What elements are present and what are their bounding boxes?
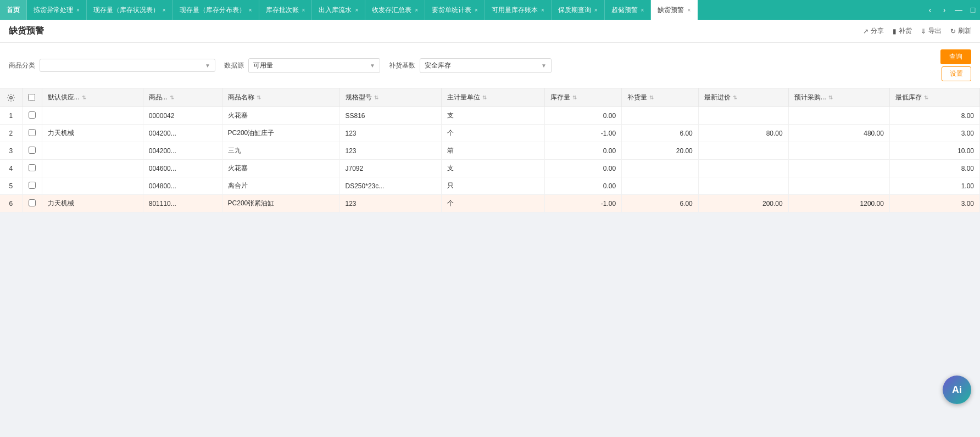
sort-product-code-icon[interactable]: ⇅ — [170, 94, 174, 100]
tab-batch-account[interactable]: 库存批次账 × — [259, 0, 313, 20]
sort-replenish-qty-icon[interactable]: ⇅ — [649, 94, 654, 100]
tab-expiry-query-label: 保质期查询 — [558, 5, 591, 15]
datasource-select-value: 可用量 — [253, 61, 273, 70]
row-checkbox[interactable] — [29, 129, 36, 136]
stock-qty-cell: 0.00 — [545, 177, 622, 195]
tab-receive-summary-close[interactable]: × — [415, 7, 418, 13]
tab-expiry-query-close[interactable]: × — [594, 7, 598, 13]
refresh-button[interactable]: ↻ 刷新 — [950, 26, 971, 36]
row-number-cell: 5 — [0, 177, 22, 195]
sort-unit-icon[interactable]: ⇅ — [482, 94, 487, 100]
column-default-supplier: 默认供应... ⇅ — [42, 88, 143, 107]
column-unit-label: 主计量单位 — [447, 93, 480, 102]
tab-inventory-status-close[interactable]: × — [163, 7, 166, 13]
product-code-cell: 004200... — [143, 142, 222, 160]
replenish-button[interactable]: ▮ 补货 — [893, 26, 912, 36]
product-code-cell: 801110... — [143, 195, 222, 212]
tab-overstock-warning-label: 超储预警 — [611, 5, 638, 15]
share-label: 分享 — [871, 26, 884, 36]
sort-latest-price-icon[interactable]: ⇅ — [733, 94, 737, 100]
estimated-purchase-cell — [788, 142, 889, 160]
row-checkbox[interactable] — [29, 164, 36, 171]
sort-estimated-purchase-icon[interactable]: ⇅ — [828, 94, 833, 100]
tab-available-ledger-close[interactable]: × — [541, 7, 544, 13]
replenish-label: 补货 — [899, 26, 912, 36]
latest-price-cell — [698, 177, 788, 195]
tab-exception[interactable]: 拣货异常处理 × — [27, 0, 87, 20]
product-name-cell: 火花塞 — [222, 107, 339, 125]
spec-cell: J7092 — [339, 160, 442, 177]
replenish-qty-cell: 6.00 — [622, 125, 699, 142]
column-checkbox — [22, 88, 42, 107]
tab-requisition-stat-close[interactable]: × — [475, 7, 478, 13]
tab-receive-summary-label: 收发存汇总表 — [372, 5, 411, 15]
tab-inout-flow-close[interactable]: × — [355, 7, 358, 13]
min-stock-cell: 3.00 — [889, 125, 979, 142]
select-all-checkbox[interactable] — [28, 94, 35, 101]
filter-actions: 查询 设置 — [940, 49, 971, 81]
tab-receive-summary[interactable]: 收发存汇总表 × — [365, 0, 425, 20]
row-checkbox[interactable] — [29, 199, 36, 206]
estimated-purchase-cell — [788, 177, 889, 195]
tab-minimize-button[interactable]: — — [951, 0, 966, 20]
refresh-icon: ↻ — [950, 27, 956, 35]
tab-requisition-stat[interactable]: 要货单统计表 × — [425, 0, 485, 20]
table-row: 2力天机械004200...PC200油缸庄子123个-1.006.0080.0… — [0, 125, 980, 142]
tab-batch-account-close[interactable]: × — [302, 7, 305, 13]
sort-min-stock-icon[interactable]: ⇅ — [924, 94, 928, 100]
unit-cell: 箱 — [442, 142, 545, 160]
tab-nav-controls: ‹ › — □ — [923, 0, 980, 20]
unit-cell: 支 — [442, 160, 545, 177]
row-number-cell: 6 — [0, 195, 22, 212]
replenish-qty-cell — [622, 177, 699, 195]
sort-spec-icon[interactable]: ⇅ — [374, 94, 378, 100]
tab-maximize-button[interactable]: □ — [966, 0, 980, 20]
tab-inventory-dist-close[interactable]: × — [249, 7, 252, 13]
spec-cell: 123 — [339, 195, 442, 212]
tab-expiry-query[interactable]: 保质期查询 × — [552, 0, 605, 20]
row-checkbox-cell — [22, 160, 42, 177]
stock-qty-cell: 0.00 — [545, 107, 622, 125]
sort-product-name-icon[interactable]: ⇅ — [257, 94, 261, 100]
table-row: 6力天机械801110...PC200张紧油缸123个-1.006.00200.… — [0, 195, 980, 212]
column-product-code-label: 商品... — [149, 93, 168, 102]
tab-overstock-warning-close[interactable]: × — [641, 7, 644, 13]
min-stock-cell: 8.00 — [889, 160, 979, 177]
column-default-supplier-label: 默认供应... — [48, 93, 80, 102]
tab-inventory-status[interactable]: 现存量（库存状况表） × — [87, 0, 173, 20]
category-select[interactable]: ▼ — [40, 59, 215, 72]
row-checkbox[interactable] — [29, 147, 36, 154]
gear-settings-icon[interactable] — [7, 93, 15, 102]
tab-overstock-warning[interactable]: 超储预警 × — [605, 0, 652, 20]
settings-button[interactable]: 设置 — [942, 66, 971, 81]
sort-stock-qty-icon[interactable]: ⇅ — [572, 94, 577, 100]
row-checkbox[interactable] — [29, 182, 36, 189]
export-button[interactable]: ⇓ 导出 — [921, 26, 942, 36]
replenish-base-select[interactable]: 安全库存 ▼ — [420, 58, 552, 73]
tab-inout-flow[interactable]: 出入库流水 × — [312, 0, 365, 20]
tab-inventory-dist[interactable]: 现存量（库存分布表） × — [173, 0, 259, 20]
query-button[interactable]: 查询 — [940, 49, 971, 64]
product-name-cell: 火花塞 — [222, 160, 339, 177]
row-checkbox-cell — [22, 177, 42, 195]
tab-home[interactable]: 首页 — [0, 0, 27, 20]
tab-shortage-warning-close[interactable]: × — [687, 7, 691, 13]
tab-prev-button[interactable]: ‹ — [923, 0, 937, 20]
product-name-cell: PC200张紧油缸 — [222, 195, 339, 212]
share-button[interactable]: ↗ 分享 — [863, 26, 884, 36]
tab-exception-close[interactable]: × — [76, 7, 80, 13]
unit-cell: 个 — [442, 125, 545, 142]
sort-default-supplier-icon[interactable]: ⇅ — [82, 94, 86, 100]
table-row: 4004600...火花塞J7092支0.008.00 — [0, 160, 980, 177]
product-name-cell: 三九 — [222, 142, 339, 160]
tab-next-button[interactable]: › — [937, 0, 951, 20]
tab-bar: 首页 拣货异常处理 × 现存量（库存状况表） × 现存量（库存分布表） × 库存… — [0, 0, 980, 20]
table-row: 3004200...三九123箱0.0020.0010.00 — [0, 142, 980, 160]
datasource-select[interactable]: 可用量 ▼ — [248, 58, 380, 73]
tab-shortage-warning[interactable]: 缺货预警 × — [651, 0, 698, 20]
default-supplier-cell — [42, 177, 143, 195]
default-supplier-cell — [42, 142, 143, 160]
row-checkbox[interactable] — [29, 111, 36, 119]
tab-available-ledger[interactable]: 可用量库存账本 × — [485, 0, 552, 20]
tab-inventory-dist-label: 现存量（库存分布表） — [180, 5, 246, 15]
